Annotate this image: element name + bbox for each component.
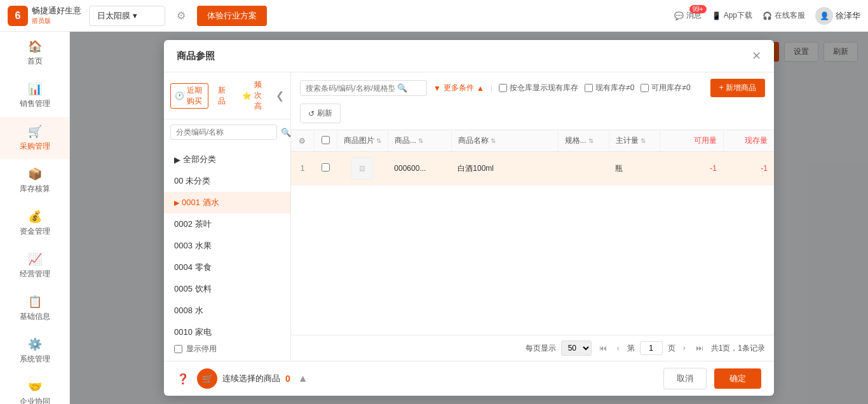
- cat-item-0010[interactable]: 0010 家电: [164, 321, 290, 337]
- page-label: 第: [627, 343, 635, 354]
- logo-sub: 搭员版: [32, 17, 81, 25]
- warehouse-filter[interactable]: 按仓库显示现有库存: [499, 83, 578, 93]
- avatar: 👤: [815, 7, 833, 25]
- main-content: 查询 设置 刷新 商品参照 ✕: [70, 32, 868, 404]
- tab-high-frequency[interactable]: ⭐ 频次高: [238, 77, 271, 114]
- row-num: 1: [291, 152, 314, 185]
- sidebar-item-finance[interactable]: 💰 资金管理: [0, 202, 69, 245]
- sidebar-item-operations[interactable]: 📈 经营管理: [0, 245, 69, 287]
- usable-filter[interactable]: 可用库存≠0: [641, 83, 690, 93]
- row-unit: 瓶: [609, 152, 660, 185]
- display-stopped-checkbox[interactable]: [174, 345, 182, 353]
- online-service-nav[interactable]: 🎧 在线客服: [763, 10, 805, 21]
- purchase-icon: 🛒: [28, 125, 42, 138]
- settings-icon[interactable]: ⚙: [173, 6, 189, 25]
- filter-button[interactable]: ▼ 更多条件 ▲: [433, 83, 484, 93]
- sidebar-item-label: 经营管理: [20, 269, 50, 279]
- chevron-up-icon: ▲: [477, 84, 484, 93]
- row-select-checkbox[interactable]: [322, 163, 330, 172]
- add-product-button[interactable]: + 新增商品: [710, 79, 765, 97]
- filter-icon: ▼: [433, 84, 441, 93]
- display-stopped: 显示停用: [164, 337, 290, 361]
- cart-count: 0: [285, 374, 290, 384]
- enterprise-icon: 🤝: [28, 380, 42, 394]
- col-header-stock[interactable]: 现存量: [723, 130, 774, 152]
- cart-icon[interactable]: 🛒: [197, 368, 217, 389]
- messages-nav[interactable]: 💬 99+ 消息: [674, 10, 702, 21]
- operations-icon: 📈: [28, 252, 42, 266]
- col-header-spec[interactable]: 规格... ⇅: [558, 130, 609, 152]
- cat-item-0002[interactable]: 0002 茶叶: [164, 213, 290, 235]
- user-nav[interactable]: 👤 徐泽华: [815, 7, 860, 25]
- sidebar-item-home[interactable]: 🏠 首页: [0, 32, 69, 74]
- sidebar-item-inventory[interactable]: 📦 库存核算: [0, 159, 69, 202]
- tab-new-product[interactable]: 新品: [214, 83, 233, 109]
- active-arrow-icon: ▶: [174, 199, 179, 207]
- per-page-label: 每页显示: [526, 343, 556, 354]
- footer-collapse-icon[interactable]: ▲: [298, 373, 308, 384]
- help-icon[interactable]: ❓: [177, 373, 189, 385]
- page-last-icon[interactable]: ⏭: [693, 342, 706, 354]
- page-number-input[interactable]: 1: [640, 341, 663, 355]
- sidebar-item-enterprise[interactable]: 🤝 企业协同: [0, 372, 69, 404]
- search-icon[interactable]: 🔍: [397, 83, 407, 93]
- close-icon[interactable]: ✕: [752, 49, 761, 63]
- confirm-button[interactable]: 确定: [714, 368, 761, 389]
- nav-dropdown[interactable]: 日太阳膜 ▾: [89, 6, 165, 26]
- row-image: 🖼: [337, 152, 388, 185]
- page-first-icon[interactable]: ⏮: [597, 342, 609, 354]
- product-image-placeholder: 🖼: [351, 157, 374, 180]
- product-reference-modal: 商品参照 ✕ 🕐 近期购买 新品: [164, 40, 774, 396]
- col-header-name[interactable]: 商品名称 ⇅: [451, 130, 558, 152]
- warehouse-checkbox[interactable]: [499, 84, 507, 92]
- headphone-icon: 🎧: [763, 11, 772, 20]
- page-unit: 页: [668, 343, 675, 354]
- cat-item-all[interactable]: ▶ 全部分类: [164, 149, 290, 170]
- page-prev-icon[interactable]: ‹: [614, 342, 622, 354]
- cat-item-0008[interactable]: 0008 水: [164, 300, 290, 321]
- page-next-icon[interactable]: ›: [681, 342, 688, 354]
- table-row[interactable]: 1 🖼: [291, 152, 774, 185]
- search-icon[interactable]: 🔍: [281, 128, 291, 137]
- collapse-icon[interactable]: ❮: [276, 90, 284, 102]
- total-info: 共1页，1条记录: [711, 343, 765, 354]
- refresh-button[interactable]: ↺ 刷新: [300, 104, 341, 123]
- cta-button[interactable]: 体验行业方案: [197, 6, 267, 26]
- cart-label: 连续选择的商品: [222, 373, 280, 384]
- sidebar-item-system[interactable]: ⚙️ 系统管理: [0, 330, 69, 372]
- sidebar-item-purchase[interactable]: 🛒 采购管理: [0, 117, 69, 159]
- available-filter[interactable]: 现有库存≠0: [585, 83, 634, 93]
- cat-item-0004[interactable]: 0004 零食: [164, 257, 290, 278]
- download-icon: 📱: [712, 11, 721, 20]
- col-header-checkbox[interactable]: [314, 130, 337, 152]
- per-page-select[interactable]: 50: [561, 340, 592, 356]
- col-header-available[interactable]: 可用量: [660, 130, 723, 152]
- sidebar-item-sales[interactable]: 📊 销售管理: [0, 74, 69, 117]
- col-header-code[interactable]: 商品... ⇅: [388, 130, 451, 152]
- usable-checkbox[interactable]: [641, 84, 649, 92]
- col-header-image[interactable]: 商品图片 ⇅: [337, 130, 388, 152]
- cat-item-0005[interactable]: 0005 饮料: [164, 278, 290, 300]
- col-header-unit[interactable]: 主计量 ⇅: [609, 130, 660, 152]
- cat-item-0001[interactable]: ▶ 0001 酒水: [164, 192, 290, 213]
- select-all-checkbox[interactable]: [322, 136, 330, 144]
- available-checkbox[interactable]: [585, 84, 593, 92]
- sales-icon: 📊: [28, 82, 42, 96]
- sidebar-item-basic-info[interactable]: 📋 基础信息: [0, 287, 69, 330]
- tab-recent-purchase[interactable]: 🕐 近期购买: [170, 83, 208, 109]
- top-nav: 6 畅捷通好生意 搭员版 日太阳膜 ▾ ⚙ 体验行业方案 💬 99+ 消息 📱 …: [0, 0, 868, 32]
- cancel-button[interactable]: 取消: [663, 368, 707, 389]
- product-table: ⚙ 商品图片 ⇅: [291, 130, 774, 335]
- app-download-nav[interactable]: 📱 App下载: [712, 10, 752, 21]
- cat-item-00[interactable]: 00 未分类: [164, 170, 290, 192]
- col-header-settings[interactable]: ⚙: [291, 130, 314, 152]
- category-search-input[interactable]: [170, 125, 277, 140]
- modal-footer: ❓ 🛒 连续选择的商品 0 ▲ 取消 确定: [164, 361, 774, 396]
- cat-item-0003[interactable]: 0003 水果: [164, 235, 290, 257]
- pagination-bar: 每页显示 50 ⏮ ‹ 第 1 页 › ⏭ 共1页，1条记录: [291, 335, 774, 361]
- product-search-input[interactable]: [306, 84, 395, 93]
- row-checkbox[interactable]: [314, 152, 337, 185]
- product-search-box: 🔍: [300, 80, 427, 96]
- logo-area: 6 畅捷通好生意 搭员版: [8, 6, 81, 26]
- footer-cart: 🛒 连续选择的商品 0: [197, 368, 290, 389]
